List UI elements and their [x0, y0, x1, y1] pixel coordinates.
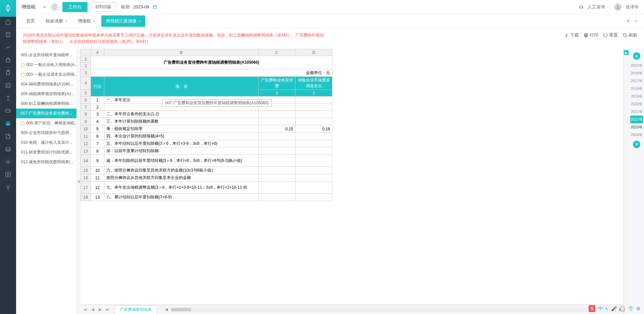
form-item-11[interactable]: 012-减免所得税优惠明细表(... — [16, 157, 76, 167]
row-header[interactable]: 18 — [81, 194, 91, 201]
user-name[interactable]: 徐泽华 — [626, 4, 639, 10]
form-item-6[interactable]: 007-广告费和业务宣传费跨... — [16, 109, 76, 118]
chart-icon[interactable] — [5, 44, 11, 50]
data-cell-d[interactable] — [296, 111, 332, 118]
support-link[interactable]: 人工咨询 — [588, 4, 605, 10]
scroll-down-icon[interactable] — [633, 141, 640, 148]
year-2024年[interactable]: 2024年 — [630, 131, 643, 139]
row-header[interactable]: 15 — [81, 167, 91, 174]
item-cell[interactable]: 三、本年计算扣除限额的基数 — [104, 118, 259, 125]
file-icon[interactable] — [5, 133, 11, 139]
data-cell-d[interactable] — [296, 194, 332, 201]
data-cell-c[interactable] — [259, 111, 296, 118]
col-header-a[interactable]: A — [91, 49, 104, 56]
data-cell-d[interactable] — [296, 155, 332, 167]
seq-cell[interactable]: 7 — [91, 140, 104, 147]
item-cell[interactable]: 五、本年结转以后年度扣除额(3＞6，本行=3-6；3≤6，本行=0) — [104, 140, 259, 147]
form-item-2[interactable]: !003-一般企业成本支出明细... — [16, 70, 76, 79]
year-2022年[interactable]: 2022年 — [630, 116, 643, 123]
data-cell-c[interactable] — [259, 147, 296, 155]
row-header[interactable]: 7 — [81, 104, 91, 111]
user-avatar[interactable] — [614, 3, 622, 11]
seq-cell[interactable]: 9 — [91, 155, 104, 167]
item-cell[interactable]: 按照分摊协议从其他关联方归集至本企业的金额 — [104, 174, 259, 182]
sheet-nav-prev[interactable]: ◀ — [90, 307, 96, 313]
doc-icon[interactable] — [5, 32, 11, 38]
tax-icon[interactable] — [5, 121, 11, 127]
seq-cell[interactable]: 12 — [91, 182, 104, 194]
year-2015年[interactable]: 2015年 — [630, 62, 643, 69]
tabs-menu-icon[interactable] — [634, 19, 639, 23]
calendar-icon[interactable] — [153, 5, 157, 9]
v-scrollbar[interactable]: ▶ — [623, 49, 629, 314]
form-item-5[interactable]: 006-职工薪酬纳税调整明细... — [16, 99, 76, 109]
wallet-icon[interactable] — [5, 108, 11, 114]
ime-keyboard-icon[interactable]: 📋 — [620, 306, 625, 311]
data-cell-c[interactable]: 0.15 — [259, 125, 296, 133]
data-cell-d[interactable]: 0.18 — [296, 125, 332, 133]
data-cell-d[interactable] — [296, 174, 332, 182]
col-header-b[interactable]: B — [104, 49, 259, 56]
row-header[interactable]: 14 — [81, 155, 91, 167]
switch-old-button[interactable]: 切到旧版 — [91, 2, 116, 12]
row-header[interactable]: 13 — [81, 147, 91, 155]
item-cell[interactable]: 减：本年扣除的以前年度结转额[3＞6，本行=0；3≤6，本行=8与(6-3)孰小… — [104, 155, 259, 167]
row-header[interactable]: 8 — [81, 111, 91, 118]
row-header[interactable]: 17 — [81, 182, 91, 194]
year-2018年[interactable]: 2018年 — [630, 85, 643, 92]
seq-cell[interactable]: 2 — [91, 104, 104, 111]
year-2017年[interactable]: 2017年 — [630, 77, 643, 85]
period-value[interactable]: 2023-09 — [133, 4, 149, 9]
data-cell-c[interactable] — [259, 174, 296, 182]
v-icon[interactable] — [5, 184, 11, 190]
ime-settings-icon[interactable]: ⚙ — [636, 306, 641, 311]
ime-brand-icon[interactable]: S — [589, 305, 595, 312]
ime-lang[interactable]: 中 — [598, 306, 603, 312]
item-cell[interactable]: 六、按照分摊协议归集至其他关联方的金额(10≤3与6孰小值) — [104, 167, 259, 174]
data-cell-d[interactable] — [296, 140, 332, 147]
workbench-button[interactable]: 工作台 — [62, 2, 88, 12]
clipboard-icon[interactable] — [5, 70, 11, 76]
data-cell-d[interactable] — [296, 118, 332, 125]
form-item-4[interactable]: 005-纳税调整项目明细表(A1... — [16, 89, 76, 99]
data-cell-d[interactable] — [296, 104, 332, 111]
item-cell[interactable]: 四、本企业计算的扣除限额(4×5) — [104, 133, 259, 140]
data-cell-c[interactable] — [259, 140, 296, 147]
seq-cell[interactable]: 10 — [91, 167, 104, 174]
ime-skin-icon[interactable]: 👕 — [628, 306, 634, 311]
form-item-9[interactable]: 010-免税、减计收入及加计... — [16, 138, 76, 147]
chevron-down-icon[interactable] — [42, 5, 47, 9]
year-2016年[interactable]: 2016年 — [630, 69, 643, 77]
sheet-nav-last[interactable]: ⏭ — [105, 307, 111, 313]
gear-icon[interactable] — [5, 159, 11, 165]
seq-cell[interactable]: 4 — [91, 118, 104, 125]
data-cell-c[interactable] — [259, 133, 296, 140]
row-header[interactable]: 10 — [81, 125, 91, 133]
row-header[interactable]: 16 — [81, 174, 91, 182]
data-cell-c[interactable] — [259, 167, 296, 174]
home-icon[interactable] — [5, 19, 11, 25]
scroll-up-icon[interactable] — [633, 52, 640, 60]
sheet-nav-next[interactable]: ▶ — [97, 307, 103, 313]
col-header-d[interactable]: D — [296, 49, 332, 56]
refresh-button[interactable]: 刷新 — [623, 32, 637, 38]
ime-mic-icon[interactable]: 🎤 — [611, 306, 617, 311]
row-header[interactable]: 6 — [81, 97, 91, 104]
item-cell[interactable]: 八、累计结转以后年度扣除额(7+8-9) — [104, 194, 259, 201]
tab-3[interactable]: 所得税汇算清缴× — [101, 15, 145, 27]
tab-0[interactable]: 首页 — [21, 15, 40, 27]
form-item-10[interactable]: 011-研发费用加计扣除优惠... — [16, 147, 76, 157]
row-header[interactable]: 11 — [81, 133, 91, 140]
history-button[interactable] — [50, 3, 59, 11]
sheet-nav-first[interactable]: ⏮ — [83, 307, 89, 313]
expand-marker-icon[interactable]: ▶ — [624, 50, 629, 55]
row-header[interactable]: 9 — [81, 118, 91, 125]
bag-icon[interactable] — [5, 57, 11, 63]
form-item-0[interactable]: 001-企业所得税年度纳税申... — [16, 50, 76, 60]
data-cell-d[interactable] — [296, 133, 332, 140]
data-cell-c[interactable] — [259, 118, 296, 125]
tab-1[interactable]: 税表清册× — [41, 15, 72, 27]
collapse-handle[interactable]: ◀ — [76, 49, 80, 314]
data-cell-c[interactable] — [259, 194, 296, 201]
year-2021年[interactable]: 2021年 — [630, 108, 643, 116]
